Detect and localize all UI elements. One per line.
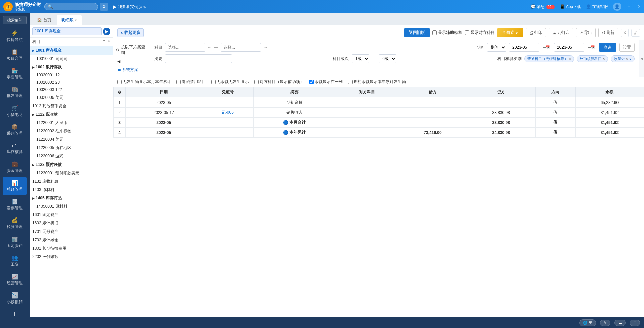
type-tag-2-close[interactable]: × — [603, 57, 605, 61]
gold-mode-btn[interactable]: 金额式 ∨ — [497, 28, 523, 37]
tree-node-1702[interactable]: 1702 累计摊销 — [30, 236, 113, 244]
app-download-btn[interactable]: 📱 App下载 — [560, 4, 581, 10]
tree-node-11220001[interactable]: 11220001 人民币 — [30, 119, 113, 127]
tab-detail[interactable]: 明细账 × — [57, 15, 82, 25]
tree-node-1002[interactable]: ▸ 1002 银行存款 — [30, 63, 113, 71]
show-contra-checkbox[interactable] — [465, 30, 469, 35]
global-search[interactable]: 🔍 — [44, 3, 98, 10]
sidebar-item-tax[interactable]: 💰 税务管理 — [3, 214, 27, 233]
cb-no-occurrence-input[interactable] — [117, 80, 122, 84]
tree-node-10020001[interactable]: 10020001 12 — [30, 71, 113, 79]
tree-node-2202[interactable]: 2202 应付账款 — [30, 253, 113, 261]
tree-node-1122[interactable]: ▸ 1122 应收款 — [30, 110, 113, 119]
dash-sep-1: — — [214, 45, 218, 50]
user-avatar[interactable]: 👤 — [613, 3, 621, 11]
tree-node-10020002[interactable]: 10020002 23 — [30, 79, 113, 86]
sidebar-item-sales-report[interactable]: 📉 小畅报销 — [3, 289, 27, 308]
panel-expand-btn[interactable]: ⤢ — [631, 29, 640, 37]
level-start-select[interactable]: 1级 — [352, 54, 369, 63]
summary-input[interactable] — [165, 54, 232, 63]
cb-balance-one-input[interactable] — [309, 80, 314, 84]
collect-more-btn[interactable]: ∧ 收起更多 — [117, 28, 144, 37]
show-auxiliary-checkbox[interactable] — [432, 30, 437, 35]
status-edit-btn[interactable]: ✎ — [600, 320, 610, 326]
sidebar-search[interactable]: 搜索菜单 — [3, 16, 27, 24]
tree-node-1001[interactable]: ▸ 1001 库存现金 — [30, 46, 113, 55]
tree-list-icon[interactable]: ≡ — [103, 39, 105, 45]
period-start-input[interactable] — [509, 43, 539, 52]
minimize-btn[interactable]: － — [626, 3, 632, 10]
cb-year-opening-input[interactable] — [348, 80, 353, 84]
online-service-btn[interactable]: 👤 在线客服 — [586, 4, 608, 10]
tree-node-11220002[interactable]: 11220002 往来标签 — [30, 127, 113, 135]
type-tag-1-close[interactable]: × — [569, 57, 571, 61]
query-btn[interactable]: 查询 — [599, 43, 616, 52]
sidebar-item-salary[interactable]: 👥 工资 — [3, 252, 27, 270]
voucher-link-2[interactable]: 记-006 — [222, 110, 234, 115]
message-icon: 💬 — [531, 4, 536, 9]
tree-edit-icon[interactable]: ✎ — [107, 39, 110, 45]
tree-node-1801[interactable]: 1801 长期待摊费用 — [30, 244, 113, 253]
scheme-left-arrow[interactable]: ◀ — [117, 59, 147, 64]
tree-node-1403[interactable]: 1403 原材料 — [30, 186, 113, 194]
status-cloud-btn[interactable]: ☁ — [614, 320, 626, 326]
sidebar-item-finance[interactable]: 💼 资金管理 — [3, 158, 27, 176]
tab-home[interactable]: 🏠 首页 — [32, 15, 56, 25]
tab-close-btn[interactable]: × — [75, 18, 77, 22]
sidebar-item-retail[interactable]: 🏪 零售管理 — [3, 65, 27, 83]
sidebar-item-operations[interactable]: 📈 经营管理 — [3, 271, 27, 289]
period-end-input[interactable] — [554, 43, 584, 52]
logo-icon: 💰 — [3, 2, 13, 11]
settings-icon[interactable]: ⚙ — [100, 3, 108, 11]
maximize-btn[interactable]: □ — [633, 4, 636, 10]
sidebar-item-ecommerce[interactable]: 🛒 小畅电商 — [3, 102, 27, 120]
type-tag-3-close[interactable]: × — [626, 57, 628, 61]
cloud-print-btn[interactable]: ☁ 云打印 — [549, 28, 573, 37]
subject-input[interactable] — [165, 43, 205, 52]
tree-node-14050001[interactable]: 14050001 原材料 — [30, 202, 113, 211]
sidebar-item-quicknav[interactable]: ⚡ 快捷导航 — [3, 27, 27, 45]
panel-close-btn[interactable]: × — [621, 29, 629, 37]
subject-end-input[interactable] — [221, 43, 261, 52]
export-btn[interactable]: ↗ 导出 — [576, 28, 596, 37]
tree-node-1012[interactable]: 1012 其他货币资金 — [30, 102, 113, 110]
tree-node-1132[interactable]: 1132 应收利息 — [30, 177, 113, 186]
sidebar-item-wholesale[interactable]: 🏬 批发管理 — [3, 83, 27, 102]
tree-node-11220005[interactable]: 11220005 所在地区 — [30, 144, 113, 152]
tree-node-1602[interactable]: 1602 累计折旧 — [30, 219, 113, 227]
demo-text[interactable]: 我要看实例演示 — [118, 4, 146, 10]
close-main-btn[interactable]: × — [638, 4, 641, 10]
tree-nav-btn[interactable]: ▶ — [103, 28, 110, 35]
lang-btn[interactable]: 🌐 英 — [579, 319, 596, 326]
tree-node-11230001[interactable]: 11230001 预付账款美元 — [30, 169, 113, 177]
sidebar-item-assets[interactable]: 🏢 固定资产 — [3, 233, 27, 251]
tree-node-10020006[interactable]: 10020006 美元 — [30, 93, 113, 102]
print-btn[interactable]: 🖨 打印 — [526, 28, 546, 37]
sidebar-item-purchase[interactable]: 📦 采购管理 — [3, 121, 27, 139]
level-end-select[interactable]: 6级 — [379, 54, 396, 63]
refresh-btn[interactable]: ↺ 刷新 — [598, 28, 618, 37]
sidebar-item-invoice[interactable]: 🧾 发票管理 — [3, 196, 27, 214]
tree-node-1405[interactable]: ▸ 1405 库存商品 — [30, 194, 113, 202]
tree-node-10020003[interactable]: 10020003 122 — [30, 86, 113, 93]
tree-node-1701[interactable]: 1701 无形资产 — [30, 227, 113, 236]
cb-no-balance-input[interactable] — [211, 80, 216, 84]
tree-node-10010001[interactable]: 10010001 同同同 — [30, 55, 113, 63]
tree-node-11220006[interactable]: 11220006 游戏 — [30, 152, 113, 160]
period-type-select[interactable]: 期间 — [487, 43, 506, 52]
tree-node-11220004[interactable]: 11220004 美元 — [30, 135, 113, 144]
close-filter-btn[interactable]: ◀ — [639, 40, 644, 77]
sidebar-item-inventory[interactable]: 🗃 库存核算 — [3, 140, 27, 157]
cb-hide-disabled-input[interactable] — [176, 80, 181, 84]
sidebar-item-project[interactable]: 📋 项目合同 — [3, 46, 27, 64]
message-btn[interactable]: 💬 消息 99+ — [531, 4, 555, 10]
scheme-system-item[interactable]: 系统方案 — [116, 66, 147, 74]
cb-contra-input[interactable] — [254, 80, 259, 84]
setting-btn[interactable]: 设置 — [619, 43, 635, 52]
status-grid-btn[interactable]: ⊞ — [630, 320, 640, 326]
sidebar-item-ledger[interactable]: 📊 总账管理 — [3, 177, 27, 195]
back-to-old-btn[interactable]: 返回旧版 — [404, 28, 430, 37]
tree-node-1123[interactable]: ▸ 1123 预付账款 — [30, 160, 113, 169]
tree-node-1601[interactable]: 1601 固定资产 — [30, 211, 113, 219]
col-settings-icon[interactable]: ⚙ — [118, 90, 121, 95]
